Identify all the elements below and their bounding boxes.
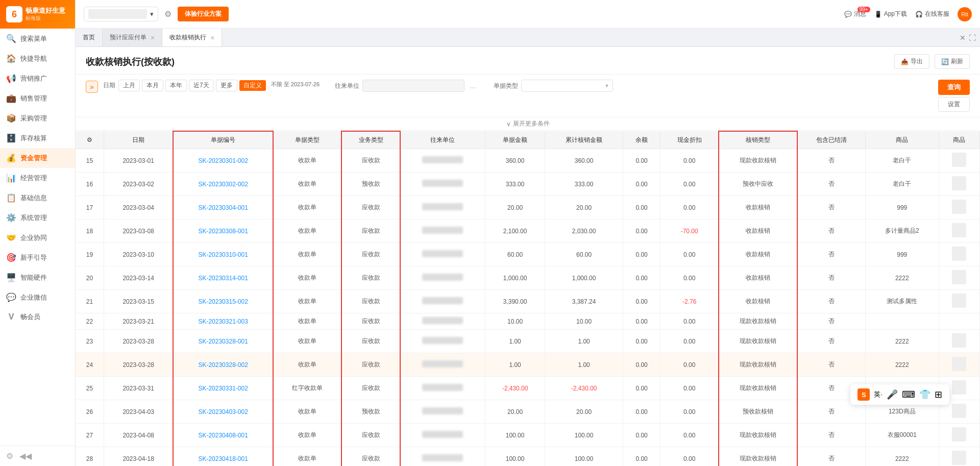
doc-no-link[interactable]: SK-20230302-002 (198, 181, 248, 188)
sidebar-item-guide[interactable]: 🎯 新手引导 (0, 248, 75, 267)
sidebar-item-search[interactable]: 🔍 搜索菜单 (0, 29, 75, 48)
finance-icon: 💰 (6, 153, 16, 163)
tab-home-label: 首页 (83, 33, 95, 42)
doctype-select[interactable] (521, 80, 613, 92)
grid-icon[interactable]: ⊞ (935, 389, 942, 400)
tab-payable-label: 预计应应付单 (110, 33, 146, 42)
doc-no-link[interactable]: SK-20230321-003 (198, 318, 248, 325)
td-cancel-amount: 1,000.00 (545, 266, 623, 290)
product-thumbnail (952, 451, 966, 465)
date-btn-custom[interactable]: 自定义 (239, 80, 266, 91)
mic-icon[interactable]: 🎤 (887, 389, 898, 400)
td-doc-no[interactable]: SK-20230308-001 (173, 219, 273, 243)
date-btn-more[interactable]: 更多 (216, 80, 237, 91)
doc-no-link[interactable]: SK-20230308-001 (198, 228, 248, 235)
collapse-icon[interactable]: ◀◀ (19, 451, 32, 461)
doc-no-link[interactable]: SK-20230403-002 (198, 408, 248, 415)
message-badge[interactable]: 💬 消息 99+ (844, 10, 866, 18)
td-doc-no[interactable]: SK-20230304-001 (173, 196, 273, 219)
doc-no-link[interactable]: SK-20230315-002 (198, 298, 248, 305)
refresh-button[interactable]: 🔄 刷新 (935, 54, 970, 69)
sidebar-item-marketing[interactable]: 📢 营销推广 (0, 68, 75, 88)
sidebar-item-finance[interactable]: 💰 资金管理 (0, 148, 75, 168)
th-gear[interactable]: ⚙ (76, 131, 104, 149)
td-balance: 0.00 (623, 377, 660, 400)
sidebar-item-inventory[interactable]: 🗄️ 库存核算 (0, 128, 75, 148)
sidebar-item-sales[interactable]: 💼 销售管理 (0, 88, 75, 108)
td-doc-no[interactable]: SK-20230408-001 (173, 424, 273, 447)
tab-receipt-cancel-close[interactable]: × (210, 34, 214, 42)
doc-no-link[interactable]: SK-20230310-001 (198, 251, 248, 258)
td-doc-no[interactable]: SK-20230418-001 (173, 447, 273, 467)
tab-home[interactable]: 首页 (76, 29, 103, 46)
workspace-selector[interactable]: ▾ (84, 7, 158, 21)
column-settings-icon[interactable]: ⚙ (87, 136, 92, 143)
keyboard-icon[interactable]: ⌨ (902, 389, 915, 400)
th-include-settled: 包含已结清 (797, 131, 866, 149)
doc-no-link[interactable]: SK-20230314-001 (198, 275, 248, 282)
date-btn-this-month[interactable]: 本月 (142, 80, 163, 91)
filter-toggle[interactable]: » (86, 81, 98, 93)
td-doc-no[interactable]: SK-20230331-002 (173, 377, 273, 400)
sidebar-item-quicknav[interactable]: 🏠 快捷导航 (0, 48, 75, 68)
tab-expand-icon[interactable]: ⛶ (969, 34, 976, 42)
sidebar-item-ops[interactable]: 📊 经营管理 (0, 168, 75, 188)
tab-receipt-cancel[interactable]: 收款核销执行 × (162, 29, 222, 46)
online-service[interactable]: 🎧 在线客服 (915, 10, 949, 18)
date-btn-prev-month[interactable]: 上月 (118, 80, 140, 91)
doc-no-link[interactable]: SK-20230304-001 (198, 204, 248, 211)
sidebar-item-sys[interactable]: ⚙️ 系统管理 (0, 208, 75, 228)
export-button[interactable]: 📤 导出 (894, 54, 929, 69)
td-doc-no[interactable]: SK-20230314-001 (173, 266, 273, 290)
td-amount: 20.00 (485, 196, 545, 219)
td-cancel-type: 现款收款核销 (719, 313, 797, 330)
doc-no-link[interactable]: SK-20230331-002 (198, 385, 248, 392)
date-btn-this-year[interactable]: 本年 (165, 80, 187, 91)
user-avatar[interactable]: Rit (958, 7, 972, 21)
gear-icon[interactable]: ⚙ (164, 9, 172, 19)
solution-btn[interactable]: 体验行业方案 (178, 7, 229, 21)
filter-settings-button[interactable]: 设置 (938, 97, 970, 112)
expand-more-btn[interactable]: ∨ 展开更多条件 (506, 119, 550, 128)
doc-no-link[interactable]: SK-20230301-002 (198, 157, 248, 164)
doc-no-link[interactable]: SK-20230328-002 (198, 361, 248, 369)
td-no: 24 (76, 353, 104, 377)
td-doc-no[interactable]: SK-20230328-001 (173, 330, 273, 353)
settings-footer-icon[interactable]: ⚙ (6, 451, 13, 461)
td-amount: 1.00 (485, 353, 545, 377)
tab-payable-close[interactable]: × (151, 34, 155, 42)
td-doc-no[interactable]: SK-20230302-002 (173, 173, 273, 196)
partner-input[interactable] (362, 80, 464, 92)
td-cancel-amount: 60.00 (545, 243, 623, 266)
shirt-icon[interactable]: 👕 (919, 389, 930, 400)
doc-no-link[interactable]: SK-20230408-001 (198, 432, 248, 439)
td-balance: 0.00 (623, 353, 660, 377)
td-no: 23 (76, 330, 104, 353)
td-doc-no[interactable]: SK-20230315-002 (173, 290, 273, 313)
date-btn-7days[interactable]: 近7天 (189, 80, 214, 91)
td-doc-no[interactable]: SK-20230328-002 (173, 353, 273, 377)
sidebar-item-enterprise[interactable]: 🤝 企业协同 (0, 228, 75, 248)
doc-no-link[interactable]: SK-20230418-001 (198, 455, 248, 462)
product-thumbnail (952, 357, 966, 371)
sidebar-item-hardware[interactable]: 🖥️ 智能硬件 (0, 267, 75, 287)
td-cancel-amount: 1.00 (545, 330, 623, 353)
td-doc-no[interactable]: SK-20230403-002 (173, 400, 273, 424)
td-balance: 0.00 (623, 447, 660, 467)
td-doc-no[interactable]: SK-20230321-003 (173, 313, 273, 330)
tab-close-all-icon[interactable]: ✕ (960, 34, 966, 42)
sidebar-item-wechat[interactable]: 💬 企业微信 (0, 287, 75, 307)
query-button[interactable]: 查询 (938, 80, 970, 95)
sidebar-item-purchase[interactable]: 📦 采购管理 (0, 108, 75, 128)
main-area: ▾ ⚙ 体验行业方案 💬 消息 99+ 📱 App下载 🎧 在线客服 Rit (76, 0, 980, 466)
tab-payable[interactable]: 预计应应付单 × (103, 29, 162, 46)
doc-no-link[interactable]: SK-20230328-001 (198, 338, 248, 345)
sidebar-item-base[interactable]: 📋 基础信息 (0, 188, 75, 208)
sales-icon: 💼 (6, 93, 16, 103)
td-doc-no[interactable]: SK-20230301-002 (173, 149, 273, 173)
td-no: 18 (76, 219, 104, 243)
sidebar-item-member[interactable]: V 畅会员 (0, 307, 75, 327)
app-download[interactable]: 📱 App下载 (874, 10, 907, 18)
td-doc-no[interactable]: SK-20230310-001 (173, 243, 273, 266)
product-thumbnail (952, 223, 966, 237)
